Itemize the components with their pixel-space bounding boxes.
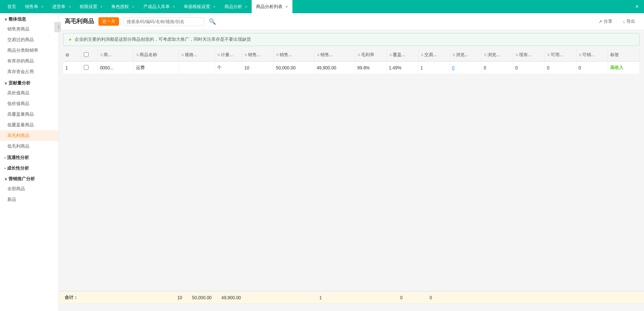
col-header-sales-profit[interactable]: ⇅销售... — [314, 49, 355, 61]
row-checkbox[interactable] — [84, 65, 89, 70]
nav-analysis-list[interactable]: 商品分析列表 × — [252, 0, 292, 13]
share-button[interactable]: ↗ 分享 — [596, 17, 615, 26]
sidebar-item-high-value[interactable]: 高价值商品 — [0, 88, 58, 98]
sidebar-item-low-margin[interactable]: 低毛利商品 — [0, 141, 58, 152]
main-layout: ∨ 整体信息 销售类商品 交易过的商品 商品分类助销率 有库存的商品 库存资金占… — [0, 13, 644, 311]
col-header-browse1[interactable]: ⇅浏览... — [450, 49, 481, 61]
sidebar-item-category-rate[interactable]: 商品分类助销率 — [0, 45, 58, 56]
col-header-tag: 标签 — [608, 49, 639, 61]
col-header-browse2[interactable]: ⇅浏览... — [481, 49, 513, 61]
nav-roles[interactable]: 角色授权 × — [107, 0, 138, 13]
select-all-checkbox[interactable] — [84, 52, 89, 57]
col-header-code[interactable]: ⇅商... — [97, 49, 133, 61]
info-icon: ✦ — [68, 37, 72, 43]
search-button[interactable]: 🔍 — [209, 18, 216, 25]
col-header-spec[interactable]: ⇅规格... — [179, 49, 215, 61]
nav-analysis-list-label: 商品分析列表 — [256, 0, 283, 13]
section-liquidity-arrow: › — [4, 156, 6, 160]
sidebar-section-contribution[interactable]: ∨ 贡献量分析 — [0, 77, 58, 88]
sidebar-collapse-button[interactable]: 《 — [54, 22, 61, 32]
nav-sales-close[interactable]: × — [41, 0, 43, 13]
footer-totals-bar: 合计： 10 50,000.00 49,900.00 1 0 0 — [59, 291, 644, 304]
table-container[interactable]: ⚙ ⇅商... ⇅商品名称 ⇅规格... — [63, 49, 640, 304]
nav-template-close[interactable]: × — [213, 0, 215, 13]
col-header-num: ⚙ — [63, 49, 81, 61]
nav-template[interactable]: 单据模板设置 × — [179, 0, 220, 13]
col-header-cover-rate[interactable]: ⇅覆盖... — [386, 49, 418, 61]
nav-purchase[interactable]: 进货单 × — [48, 0, 75, 13]
export-button[interactable]: ↓ 导出 — [620, 17, 638, 26]
section-marketing-arrow: ∨ — [4, 177, 7, 181]
table-row: 10000...运费个1050,000.0049,900.0099.8%1.49… — [63, 61, 640, 74]
window-close-btn[interactable]: ✕ — [633, 3, 641, 10]
section-marketing-label: 营销推广分析 — [8, 176, 35, 182]
filter-recent-month-button[interactable]: 近一月 — [98, 17, 119, 26]
export-icon: ↓ — [623, 19, 625, 24]
sidebar-section-overall[interactable]: ∨ 整体信息 — [0, 13, 58, 24]
section-liquidity-label: 流通性分析 — [7, 155, 29, 161]
col-header-unit[interactable]: ⇅计量... — [215, 49, 242, 61]
nav-home[interactable]: 首页 — [3, 0, 21, 13]
footer-trade-count: 1 — [295, 295, 325, 300]
nav-sales-label: 销售单 — [25, 0, 38, 13]
footer-label: 合计： — [65, 294, 82, 301]
section-growth-arrow: › — [4, 166, 6, 170]
nav-purchase-close[interactable]: × — [68, 0, 71, 13]
sidebar-item-low-coverage[interactable]: 低覆盖量商品 — [0, 120, 58, 130]
footer-sales-amt: 50,000.00 — [185, 295, 215, 300]
sidebar: ∨ 整体信息 销售类商品 交易过的商品 商品分类助销率 有库存的商品 库存资金占… — [0, 13, 59, 311]
nav-roles-label: 角色授权 — [111, 0, 129, 13]
col-header-stock2[interactable]: ⇅可用... — [544, 49, 576, 61]
top-navigation: 首页 销售单 × 进货单 × 权限设置 × 角色授权 × 产成品入库单 × 单据… — [0, 0, 644, 13]
sidebar-item-all-goods[interactable]: 全部商品 — [0, 184, 58, 194]
nav-products-in-label: 产成品入库单 — [143, 0, 170, 13]
section-growth-label: 成长性分析 — [7, 165, 29, 171]
content-header: 高毛利商品 近一月 🔍 ↗ 分享 ↓ 导出 — [59, 13, 644, 30]
col-header-stock1[interactable]: ⇅现有... — [513, 49, 544, 61]
col-header-trade-count[interactable]: ⇅交易... — [418, 49, 450, 61]
col-header-sellable[interactable]: ⇅可销... — [576, 49, 608, 61]
sidebar-item-stock-capital[interactable]: 库存资金占用 — [0, 66, 58, 77]
col-header-gross-rate[interactable]: ⇅毛利率 — [355, 49, 386, 61]
horizontal-scrollbar[interactable] — [59, 304, 644, 311]
sidebar-item-sales-goods[interactable]: 销售类商品 — [0, 24, 58, 35]
nav-permissions-close[interactable]: × — [100, 0, 102, 13]
footer-sales-qty: 10 — [156, 295, 185, 300]
col-header-sales-qty[interactable]: ⇅销售... — [242, 49, 274, 61]
sidebar-item-in-stock[interactable]: 有库存的商品 — [0, 56, 58, 66]
nav-product-analysis[interactable]: 商品分析 × — [220, 0, 252, 13]
nav-purchase-label: 进货单 — [52, 0, 65, 13]
section-contribution-label: 贡献量分析 — [8, 80, 30, 86]
content-area: 高毛利商品 近一月 🔍 ↗ 分享 ↓ 导出 ✦ 企业的主要的利润都是这部分商品创… — [59, 13, 644, 311]
sidebar-section-liquidity[interactable]: › 流通性分析 — [0, 152, 58, 162]
nav-permissions[interactable]: 权限设置 × — [75, 0, 107, 13]
settings-icon[interactable]: ⚙ — [65, 53, 69, 58]
col-header-name[interactable]: ⇅商品名称 — [134, 49, 179, 61]
nav-sales[interactable]: 销售单 × — [21, 0, 48, 13]
nav-analysis-list-close[interactable]: × — [285, 0, 288, 13]
section-contribution-arrow: ∨ — [4, 81, 7, 85]
nav-product-analysis-close[interactable]: × — [245, 0, 247, 13]
col-header-check — [81, 49, 97, 61]
sidebar-item-high-margin[interactable]: 高毛利商品 — [0, 130, 58, 141]
nav-home-label: 首页 — [7, 0, 16, 13]
sidebar-item-new-goods[interactable]: 新品 — [0, 194, 58, 205]
search-input[interactable] — [123, 17, 204, 26]
goods-table: ⚙ ⇅商... ⇅商品名称 ⇅规格... — [63, 49, 640, 74]
nav-permissions-label: 权限设置 — [80, 0, 97, 13]
info-banner: ✦ 企业的主要的利润都是这部分商品创造的，可考虑加大推广，同时关注库存是不要出现… — [63, 33, 640, 46]
sidebar-item-high-coverage[interactable]: 高覆盖量商品 — [0, 109, 58, 120]
sidebar-item-traded-goods[interactable]: 交易过的商品 — [0, 35, 58, 45]
page-title: 高毛利商品 — [65, 18, 94, 25]
section-overall-label: 整体信息 — [8, 16, 26, 22]
sidebar-item-low-value[interactable]: 低价值商品 — [0, 98, 58, 109]
nav-products-in[interactable]: 产成品入库单 × — [139, 0, 179, 13]
sidebar-section-marketing[interactable]: ∨ 营销推广分析 — [0, 173, 58, 184]
sidebar-section-growth[interactable]: › 成长性分析 — [0, 162, 58, 173]
col-header-sales-amt[interactable]: ⇅销售... — [274, 49, 314, 61]
footer-sales-profit: 49,900.00 — [215, 295, 244, 300]
nav-products-in-close[interactable]: × — [173, 0, 175, 13]
footer-stock1: 0 — [376, 295, 406, 300]
nav-roles-close[interactable]: × — [132, 0, 134, 13]
window-controls: ✕ — [633, 3, 641, 10]
